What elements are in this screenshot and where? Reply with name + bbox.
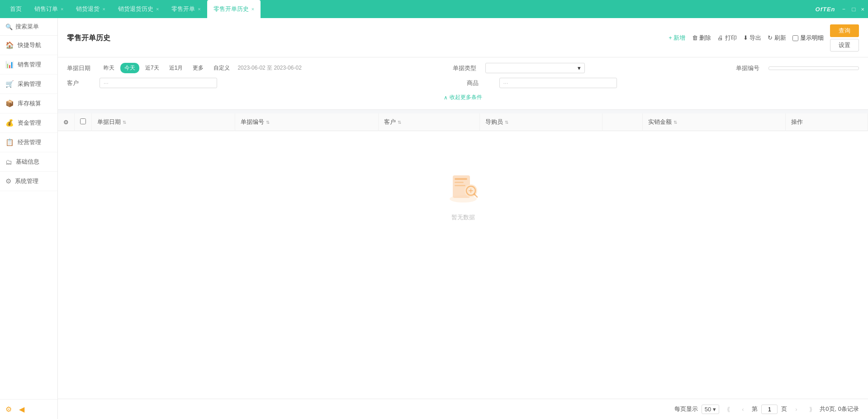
last-page-btn[interactable]: ⟫ <box>805 404 816 414</box>
refresh-button[interactable]: ↻ 刷新 <box>768 34 786 42</box>
add-button[interactable]: + 新增 <box>669 34 685 42</box>
table-wrapper: ⚙ 单据日期 ⇅ 单据编号 <box>58 113 868 399</box>
setting-button[interactable]: 设置 <box>830 39 859 52</box>
date-btn-more[interactable]: 更多 <box>189 63 208 73</box>
sidebar-collapse-icon[interactable]: ◀ <box>19 405 24 414</box>
date-btn-7days[interactable]: 近7天 <box>141 63 163 73</box>
tab-sales-order[interactable]: 销售订单 × <box>28 0 70 18</box>
sort-date-icon: ⇅ <box>123 120 126 125</box>
table-col-customer: 客户 ⇅ <box>378 113 479 131</box>
collapse-row[interactable]: ∧ 收起更多条件 <box>67 93 859 104</box>
sort-customer[interactable]: 客户 ⇅ <box>384 118 474 126</box>
display-detail-label: 显示明细 <box>800 34 824 42</box>
tab-retail-history-label: 零售开单历史 <box>213 5 249 13</box>
customer-input[interactable]: ··· <box>100 78 217 88</box>
tab-return-history-close[interactable]: × <box>156 6 159 12</box>
date-btn-1month[interactable]: 近1月 <box>165 63 187 73</box>
sort-customer-icon: ⇅ <box>398 120 401 125</box>
date-btn-custom[interactable]: 自定义 <box>209 63 234 73</box>
tab-retail[interactable]: 零售开单 × <box>165 0 207 18</box>
tab-return-close[interactable]: × <box>102 6 105 12</box>
sidebar-item-operations-label: 经营管理 <box>18 138 41 146</box>
table-col-checkbox <box>75 113 92 131</box>
page-label-before: 第 <box>752 405 758 413</box>
sidebar-item-sales[interactable]: 📊 销售管理 <box>0 55 57 75</box>
delete-button[interactable]: 🗑 删除 <box>692 34 711 42</box>
sidebar-item-inventory[interactable]: 📦 库存核算 <box>0 94 57 113</box>
sort-amount[interactable]: 实销金额 ⇅ <box>648 118 780 126</box>
ordernum-input[interactable] <box>768 66 859 70</box>
svg-rect-3 <box>455 182 464 183</box>
empty-text: 暂无数据 <box>451 213 475 221</box>
tab-retail-history-close[interactable]: × <box>251 6 254 12</box>
date-filter-label: 单据日期 <box>67 64 92 72</box>
date-btn-yesterday[interactable]: 昨天 <box>100 63 119 73</box>
tab-return-history-label: 销货退货历史 <box>118 5 153 13</box>
total-info: 共0页, 0条记录 <box>820 405 859 413</box>
table-col-settings[interactable]: ⚙ <box>58 113 75 131</box>
per-page-value: 50 <box>705 406 711 413</box>
date-btn-today[interactable]: 今天 <box>120 63 139 73</box>
finance-icon: 💰 <box>5 119 14 127</box>
print-button[interactable]: 🖨 打印 <box>717 34 737 42</box>
tab-home[interactable]: 首页 <box>4 0 28 18</box>
page-title: 零售开单历史 <box>67 33 110 43</box>
col-orderNo-label: 单据编号 <box>241 118 264 126</box>
sidebar-item-purchase[interactable]: 🛒 采购管理 <box>0 75 57 94</box>
collapse-label: 收起更多条件 <box>450 94 482 101</box>
sidebar-item-finance[interactable]: 💰 资金管理 <box>0 113 57 133</box>
page-number-input[interactable] <box>761 405 778 414</box>
sidebar-item-quick-nav[interactable]: 🏠 快捷导航 <box>0 36 57 55</box>
tab-return-history[interactable]: 销货退货历史 × <box>112 0 165 18</box>
sort-date[interactable]: 单据日期 ⇅ <box>97 118 229 126</box>
first-page-btn[interactable]: ⟪ <box>723 404 734 414</box>
type-filter-label: 单据类型 <box>453 64 478 72</box>
sidebar-search[interactable]: 🔍 搜索菜单 <box>0 18 57 36</box>
purchase-icon: 🛒 <box>5 80 14 88</box>
page-header: 零售开单历史 + 新增 🗑 删除 🖨 打印 ⬇ 导出 ↻ 刷新 显示明细 查询 … <box>58 18 868 57</box>
sidebar-settings-icon[interactable]: ⚙ <box>5 405 12 414</box>
query-button[interactable]: 查询 <box>830 24 859 37</box>
sidebar-item-operations[interactable]: 📋 经营管理 <box>0 133 57 152</box>
search-icon: 🔍 <box>5 24 13 30</box>
window-close[interactable]: × <box>861 6 864 13</box>
per-page-arrow: ▾ <box>713 406 716 413</box>
sidebar-item-basic-info[interactable]: 🗂 基础信息 <box>0 152 57 172</box>
sidebar-item-system[interactable]: ⚙ 系统管理 <box>0 172 57 191</box>
export-button[interactable]: ⬇ 导出 <box>743 34 762 42</box>
sales-icon: 📊 <box>5 61 14 69</box>
quick-nav-icon: 🏠 <box>5 41 14 49</box>
filter-row-date: 单据日期 昨天 今天 近7天 近1月 更多 自定义 2023-06-02 至 2… <box>67 63 859 73</box>
sort-orderNo[interactable]: 单据编号 ⇅ <box>241 118 373 126</box>
date-range-display: 2023-06-02 至 2023-06-02 <box>237 64 301 72</box>
window-maximize[interactable]: □ <box>852 6 856 13</box>
top-nav: 首页 销售订单 × 销货退货 × 销货退货历史 × 零售开单 × 零售开单历史 … <box>0 0 868 18</box>
next-page-btn[interactable]: › <box>791 404 802 414</box>
tab-retail-history[interactable]: 零售开单历史 × <box>207 0 261 18</box>
per-page-label: 每页显示 <box>674 405 698 413</box>
tab-retail-close[interactable]: × <box>198 6 200 12</box>
prev-page-btn[interactable]: ‹ <box>737 404 748 414</box>
sidebar-item-inventory-label: 库存核算 <box>18 99 41 108</box>
sidebar-item-system-label: 系统管理 <box>15 177 38 185</box>
main-layout: 🔍 搜索菜单 🏠 快捷导航 📊 销售管理 🛒 采购管理 📦 库存核算 💰 资金管… <box>0 18 868 419</box>
sidebar: 🔍 搜索菜单 🏠 快捷导航 📊 销售管理 🛒 采购管理 📦 库存核算 💰 资金管… <box>0 18 58 419</box>
display-detail-checkbox[interactable]: 显示明细 <box>792 34 824 42</box>
tab-return[interactable]: 销货退货 × <box>70 0 111 18</box>
display-detail-input[interactable] <box>792 35 798 41</box>
type-select[interactable]: ▾ <box>485 63 585 73</box>
table-header-row: ⚙ 单据日期 ⇅ 单据编号 <box>58 113 868 131</box>
page-label-after: 页 <box>781 405 787 413</box>
col-amount-label: 实销金额 <box>648 118 672 126</box>
table-header: ⚙ 单据日期 ⇅ 单据编号 <box>58 113 868 131</box>
select-all-checkbox[interactable] <box>80 118 86 124</box>
sort-salesperson[interactable]: 导购员 ⇅ <box>485 118 597 126</box>
content-area: 零售开单历史 + 新增 🗑 删除 🖨 打印 ⬇ 导出 ↻ 刷新 显示明细 查询 … <box>58 18 868 419</box>
tab-sales-order-close[interactable]: × <box>61 6 63 12</box>
window-minimize[interactable]: － <box>841 5 847 13</box>
product-input[interactable]: ··· <box>499 78 617 88</box>
svg-rect-4 <box>455 185 465 186</box>
per-page-select[interactable]: 50 ▾ <box>702 405 719 414</box>
product-filter-label: 商品 <box>467 79 492 87</box>
filter-area: 单据日期 昨天 今天 近7天 近1月 更多 自定义 2023-06-02 至 2… <box>58 57 868 110</box>
